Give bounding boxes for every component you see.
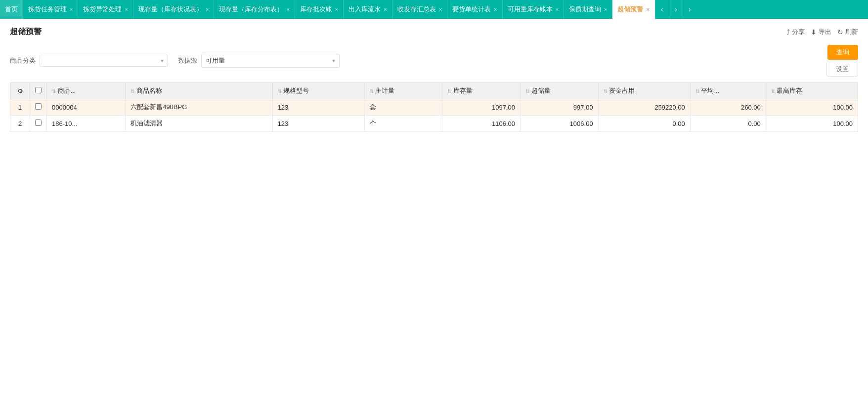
filter-row: 商品分类 ▾ 数据源 可用量 ▾ 查询 设置 [10,45,858,77]
cell-avg-1: 0.00 [690,116,766,132]
nav-stock-status[interactable]: 现存量（库存状况表） × [133,0,214,19]
datasource-chevron-icon: ▾ [332,57,335,64]
table-header-row: ⚙ ⇅ 商品... ⇅ 商品名称 ⇅ 规格型号 ⇅ [10,83,858,99]
sort-arrows-capital: ⇅ [604,88,608,94]
query-button[interactable]: 查询 [827,45,858,60]
export-button[interactable]: ⬇ 导出 [811,28,831,37]
nav-home[interactable]: 首页 [0,0,23,19]
cell-overstock-0: 997.00 [521,99,599,116]
select-all-checkbox[interactable] [35,87,42,93]
close-overstock[interactable]: × [646,6,649,12]
col-spec[interactable]: ⇅ 规格型号 [272,83,364,99]
share-button[interactable]: ⤴ 分享 [786,28,805,37]
header-actions: ⤴ 分享 ⬇ 导出 ↻ 刷新 [786,28,858,37]
cell-spec-0: 123 [272,99,364,116]
category-chevron-icon: ▾ [161,57,164,64]
col-max-stock[interactable]: ⇅ 最高库存 [766,83,858,99]
nav-quality[interactable]: 保质期查询 × [564,0,612,19]
col-stock[interactable]: ⇅ 库存量 [442,83,521,99]
cell-max-stock-0: 100.00 [766,99,858,116]
sort-arrows-product-code: ⇅ [52,88,56,94]
nav-overstock[interactable]: 超储预警 × [612,0,654,19]
row-checkbox-0[interactable] [30,99,47,116]
nav-right-arrow[interactable]: › [669,0,683,19]
page-content: 超储预警 ⤴ 分享 ⬇ 导出 ↻ 刷新 商品分类 ▾ 数据源 [0,19,868,395]
datasource-value: 可用量 [206,56,225,65]
col-capital[interactable]: ⇅ 资金占用 [598,83,690,99]
sort-arrows-stock: ⇅ [447,88,451,94]
nav-inout[interactable]: 出入库流水 × [344,0,392,19]
share-icon: ⤴ [786,28,790,36]
sort-arrows-max-stock: ⇅ [771,88,775,94]
data-table: ⚙ ⇅ 商品... ⇅ 商品名称 ⇅ 规格型号 ⇅ [10,82,858,132]
sort-arrows-product-name: ⇅ [130,88,134,94]
cell-product-name-1: 机油滤清器 [126,116,272,132]
nav-order-stats[interactable]: 要货单统计表 × [447,0,502,19]
category-select[interactable]: ▾ [40,55,168,67]
cell-capital-1: 0.00 [598,116,690,132]
nav-avail-stock[interactable]: 可用量库存账本 × [503,0,564,19]
cell-stock-1: 1106.00 [442,116,521,132]
sort-arrows-spec: ⇅ [278,88,282,94]
cell-stock-0: 1097.00 [442,99,521,116]
sort-arrows-unit: ⇅ [370,88,374,94]
set-button[interactable]: 设置 [826,62,858,77]
row-num-0: 1 [10,99,30,116]
refresh-button[interactable]: ↻ 刷新 [837,28,858,37]
cell-overstock-1: 1006.00 [521,116,599,132]
col-settings[interactable]: ⚙ [10,83,30,99]
datasource-filter-group: 数据源 可用量 ▾ [178,54,340,68]
close-avail-stock[interactable]: × [556,6,559,12]
table-row: 1 0000004 六配套新昌490BPG 123 套 1097.00 997.… [10,99,858,116]
col-checkbox[interactable] [30,83,47,99]
sort-arrows-overstock: ⇅ [525,88,529,94]
cell-avg-0: 260.00 [690,99,766,116]
col-unit[interactable]: ⇅ 主计量 [364,83,442,99]
sort-arrows-avg: ⇅ [695,88,699,94]
nav-collection[interactable]: 收发存汇总表 × [392,0,447,19]
row-select-1[interactable] [35,119,42,126]
col-product-code[interactable]: ⇅ 商品... [47,83,126,99]
close-order-stats[interactable]: × [494,6,497,12]
cell-product-code-1: 186-10... [47,116,126,132]
cell-unit-0: 套 [364,99,442,116]
cell-max-stock-1: 100.00 [766,116,858,132]
close-quality[interactable]: × [604,6,607,12]
col-overstock[interactable]: ⇅ 超储量 [521,83,599,99]
col-avg[interactable]: ⇅ 平均... [690,83,766,99]
settings-icon[interactable]: ⚙ [17,87,23,95]
category-label: 商品分类 [10,56,36,65]
cell-product-code-0: 0000004 [47,99,126,116]
cell-unit-1: 个 [364,116,442,132]
nav-expand-arrow[interactable]: › [683,0,696,19]
nav-batch[interactable]: 库存批次账 × [295,0,344,19]
nav-stock-dist[interactable]: 现存量（库存分布表） × [214,0,295,19]
close-collection[interactable]: × [439,6,442,12]
nav-left-arrow[interactable]: ‹ [655,0,669,19]
nav-abnormal[interactable]: 拣货异常处理 × [78,0,133,19]
export-icon: ⬇ [811,28,817,36]
datasource-select[interactable]: 可用量 ▾ [201,54,340,68]
cell-capital-0: 259220.00 [598,99,690,116]
row-checkbox-1[interactable] [30,116,47,132]
close-stock-status[interactable]: × [206,6,209,12]
close-stock-dist[interactable]: × [286,6,289,12]
page-title: 超储预警 [10,27,42,37]
close-task-mgmt[interactable]: × [70,6,73,12]
nav-task-mgmt[interactable]: 拣货任务管理 × [23,0,78,19]
page-header: 超储预警 ⤴ 分享 ⬇ 导出 ↻ 刷新 [10,27,858,37]
table-row: 2 186-10... 机油滤清器 123 个 1106.00 1006.00 … [10,116,858,132]
datasource-label: 数据源 [178,56,197,65]
row-num-1: 2 [10,116,30,132]
cell-product-name-0: 六配套新昌490BPG [126,99,272,116]
close-batch[interactable]: × [335,6,338,12]
close-abnormal[interactable]: × [125,6,128,12]
refresh-icon: ↻ [837,28,843,36]
close-inout[interactable]: × [384,6,387,12]
col-product-name[interactable]: ⇅ 商品名称 [126,83,272,99]
cell-spec-1: 123 [272,116,364,132]
row-select-0[interactable] [35,103,42,110]
top-navigation: 首页 拣货任务管理 × 拣货异常处理 × 现存量（库存状况表） × 现存量（库存… [0,0,868,19]
category-filter-group: 商品分类 ▾ [10,55,168,67]
